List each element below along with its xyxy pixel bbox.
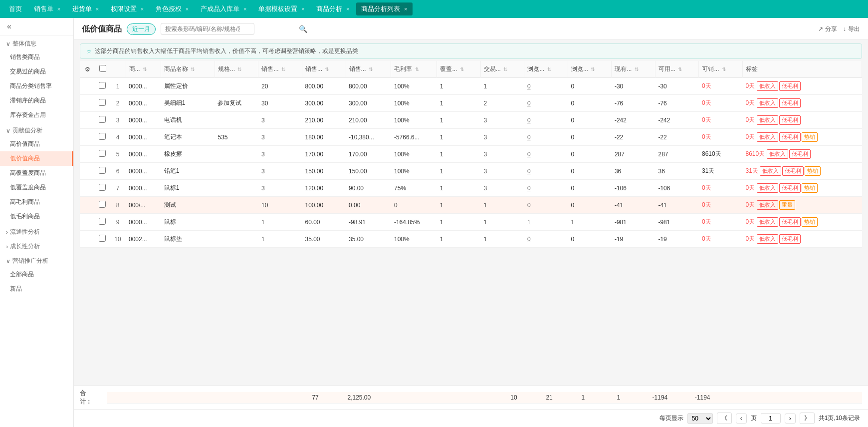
row-checkbox-7[interactable] [99,201,106,208]
col-code[interactable]: 商... ⇅ [126,61,161,78]
cell-settings [80,214,96,231]
total-view2: 1 [614,392,650,404]
sidebar-item-all-products[interactable]: 全部商品 [0,267,73,282]
cell-cover: 1 [437,231,481,248]
sidebar-item-traded[interactable]: 交易过的商品 [0,64,73,79]
col-sales-amt[interactable]: 销售... ⇅ [302,61,346,78]
col-view1[interactable]: 浏览... ⇅ [524,61,568,78]
col-cover[interactable]: 覆盖... ⇅ [437,61,481,78]
cell-available: -76 [655,95,699,112]
nav-sales[interactable]: 销售单 × [29,2,65,15]
col-sales-qty[interactable]: 销售... ⇅ [258,61,302,78]
select-all-checkbox[interactable] [99,65,106,72]
cell-view1[interactable]: 0 [524,112,568,129]
cell-view1[interactable]: 0 [524,163,568,180]
sidebar-item-low-value[interactable]: 低价值商品 [0,151,73,166]
sidebar-item-low-margin[interactable]: 低毛利商品 [0,209,73,224]
cell-view1[interactable]: 0 [524,78,568,95]
nav-analysis-list[interactable]: 商品分析列表 × [356,2,412,15]
days-cell: 8610天 [745,150,765,157]
sidebar-item-category-rate[interactable]: 商品分类销售率 [0,79,73,93]
cell-checkbox[interactable] [96,112,110,129]
col-settings[interactable]: ⚙ [80,61,96,78]
sidebar-section-overall[interactable]: ∨ 整体信息 [0,35,73,50]
cell-view1[interactable]: 1 [524,214,568,231]
row-checkbox-4[interactable] [99,150,106,157]
cell-checkbox[interactable] [96,78,110,95]
cell-checkbox[interactable] [96,197,110,214]
nav-roles[interactable]: 角色授权 × [151,2,194,15]
sidebar-section-flow[interactable]: › 流通性分析 [0,224,73,238]
tag-重量: 重量 [779,200,795,210]
cell-checkbox[interactable] [96,180,110,197]
cell-view1[interactable]: 0 [524,129,568,146]
cell-view2: 0 [568,112,612,129]
cell-checkbox[interactable] [96,146,110,163]
sidebar-collapse-btn[interactable]: « [4,21,14,32]
data-table: ⚙ 商... ⇅ 商品名称 ⇅ 规格... ⇅ 销售... ⇅ 销售... ⇅ … [80,61,862,248]
prev-page-btn[interactable]: ‹ [736,414,747,424]
page-number-input[interactable] [761,413,781,424]
cell-checkbox[interactable] [96,231,110,248]
next-page-btn[interactable]: › [785,414,796,424]
sidebar-item-high-margin[interactable]: 高毛利商品 [0,195,73,209]
sidebar-item-sales-products[interactable]: 销售类商品 [0,50,73,64]
col-sellable[interactable]: 可销... ⇅ [699,61,743,78]
sidebar-section-contribution[interactable]: ∨ 贡献值分析 [0,122,73,137]
row-checkbox-5[interactable] [99,167,106,174]
nav-permissions[interactable]: 权限设置 × [106,2,149,15]
col-gross-rate[interactable]: 毛利率 ⇅ [391,61,437,78]
tag-热销: 热销 [802,217,818,227]
cell-checkbox[interactable] [96,129,110,146]
sidebar-item-inventory-fund[interactable]: 库存资金占用 [0,108,73,122]
cell-checkbox[interactable] [96,214,110,231]
row-checkbox-6[interactable] [99,184,106,191]
col-trade[interactable]: 交易... ⇅ [480,61,524,78]
filter-period-btn[interactable]: 近一月 [127,23,156,35]
search-input[interactable] [161,23,254,35]
cell-view1[interactable]: 0 [524,231,568,248]
row-checkbox-2[interactable] [99,116,106,123]
cell-view1[interactable]: 0 [524,197,568,214]
nav-purchase[interactable]: 进货单 × [67,2,104,15]
col-available[interactable]: 可用... ⇅ [655,61,699,78]
row-checkbox-9[interactable] [99,235,106,242]
share-btn[interactable]: ↗ 分享 [818,25,837,33]
col-current[interactable]: 现有... ⇅ [612,61,655,78]
nav-analysis[interactable]: 商品分析 × [311,2,354,15]
total-label: 合计： [80,389,97,406]
row-checkbox-1[interactable] [99,99,106,106]
row-checkbox-8[interactable] [99,218,106,225]
col-name[interactable]: 商品名称 ⇅ [161,61,215,78]
col-spec[interactable]: 规格... ⇅ [215,61,258,78]
nav-templates[interactable]: 单据模板设置 × [253,2,309,15]
cell-checkbox[interactable] [96,95,110,112]
cell-view1[interactable]: 0 [524,95,568,112]
col-sales-sub[interactable]: 销售... ⇅ [346,61,391,78]
sidebar-item-low-coverage[interactable]: 低覆盖度商品 [0,180,73,195]
cell-view1[interactable]: 0 [524,146,568,163]
export-btn[interactable]: ↓ 导出 [843,25,860,33]
table-header-row: ⚙ 商... ⇅ 商品名称 ⇅ 规格... ⇅ 销售... ⇅ 销售... ⇅ … [80,61,862,78]
sidebar-item-high-value[interactable]: 高价值商品 [0,137,73,151]
first-page-btn[interactable]: 《 [717,413,732,424]
cell-trade: 3 [480,146,524,163]
nav-products[interactable]: 产成品入库单 × [196,2,251,15]
cell-sellable: 0天 [699,180,743,197]
cell-name: 鼠标1 [161,180,215,197]
sidebar-section-growth[interactable]: › 成长性分析 [0,238,73,253]
per-page-select[interactable]: 50 100 200 [687,413,713,424]
row-checkbox-0[interactable] [99,82,106,89]
sidebar-item-high-coverage[interactable]: 高覆盖度商品 [0,166,73,180]
cell-checkbox[interactable] [96,163,110,180]
col-view2[interactable]: 浏览... ⇅ [568,61,612,78]
sidebar-item-slow-moving[interactable]: 滞销序的商品 [0,93,73,108]
nav-home[interactable]: 首页 [4,2,27,15]
sidebar-item-new-products[interactable]: 新品 [0,282,73,296]
search-icon[interactable]: 🔍 [299,25,307,33]
sidebar-section-marketing[interactable]: ∨ 营销推广分析 [0,253,73,267]
cell-view1[interactable]: 0 [524,180,568,197]
cell-tags: 31天 低收入低毛利热销 [742,163,862,180]
last-page-btn[interactable]: 》 [800,413,815,424]
row-checkbox-3[interactable] [99,133,106,140]
